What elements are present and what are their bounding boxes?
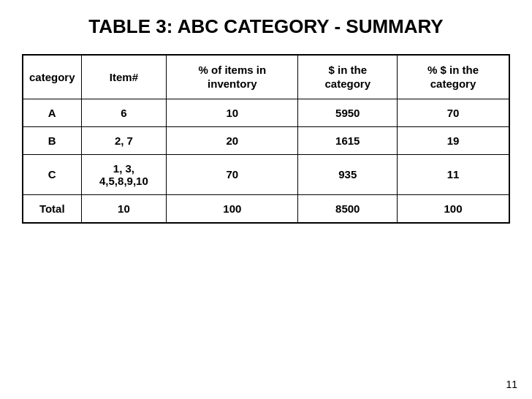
cell-r0-c4: 70: [398, 99, 509, 126]
table-header-row: category Item# % of items in inventory $…: [23, 55, 509, 99]
header-item-num: Item#: [81, 55, 167, 99]
table-row: A610595070: [23, 99, 509, 126]
cell-r3-c4: 100: [398, 194, 509, 223]
cell-r0-c0: A: [23, 99, 81, 126]
summary-table: category Item# % of items in inventory $…: [22, 54, 510, 224]
page-title: TABLE 3: ABC CATEGORY - SUMMARY: [88, 15, 443, 39]
cell-r3-c3: 8500: [298, 194, 398, 223]
table-wrapper: category Item# % of items in inventory $…: [22, 54, 510, 224]
header-category: category: [23, 55, 81, 99]
header-pct-items: % of items in inventory: [167, 55, 298, 99]
cell-r3-c1: 10: [81, 194, 167, 223]
cell-r2-c1: 1, 3, 4,5,8,9,10: [81, 154, 167, 194]
cell-r2-c0: C: [23, 154, 81, 194]
cell-r3-c0: Total: [23, 194, 81, 223]
cell-r1-c3: 1615: [298, 126, 398, 154]
header-dollar-category: $ in the category: [298, 55, 398, 99]
cell-r0-c2: 10: [167, 99, 298, 126]
cell-r1-c4: 19: [398, 126, 509, 154]
table-row: Total101008500100: [23, 194, 509, 223]
cell-r0-c3: 5950: [298, 99, 398, 126]
cell-r0-c1: 6: [81, 99, 167, 126]
cell-r1-c1: 2, 7: [81, 126, 167, 154]
page-container: TABLE 3: ABC CATEGORY - SUMMARY category…: [0, 0, 532, 399]
table-row: C1, 3, 4,5,8,9,107093511: [23, 154, 509, 194]
cell-r1-c2: 20: [167, 126, 298, 154]
header-pct-dollar-category: % $ in the category: [398, 55, 509, 99]
cell-r2-c4: 11: [398, 154, 509, 194]
cell-r2-c3: 935: [298, 154, 398, 194]
cell-r3-c2: 100: [167, 194, 298, 223]
table-row: B2, 720161519: [23, 126, 509, 154]
cell-r2-c2: 70: [167, 154, 298, 194]
cell-r1-c0: B: [23, 126, 81, 154]
page-number: 11: [506, 379, 517, 390]
